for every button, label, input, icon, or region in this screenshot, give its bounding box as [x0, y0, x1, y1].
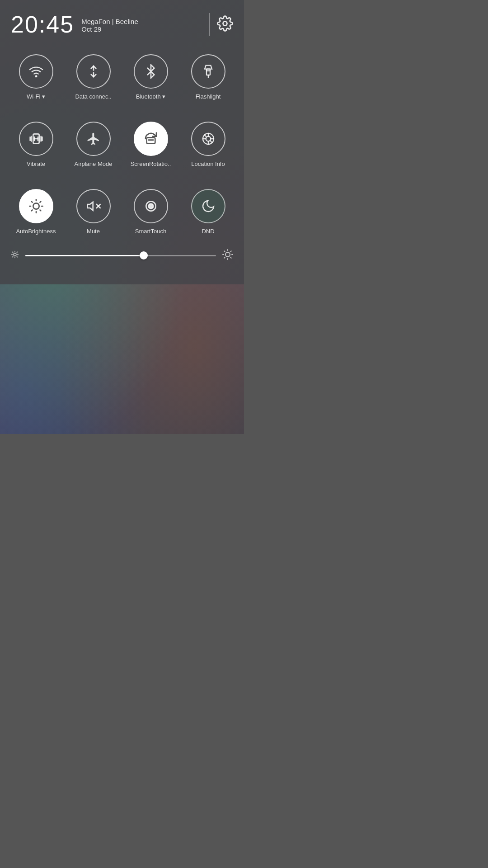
wifi-toggle[interactable]: Wi-Fi ▾	[7, 48, 65, 106]
control-panel: 20:45 MegaFon | Beeline Oct 29 Wi	[0, 0, 244, 284]
brightness-track[interactable]	[25, 255, 216, 256]
toggles-row-2: Vibrate Airplane Mode ScreenRotatio..	[0, 111, 244, 178]
svg-line-47	[17, 252, 18, 253]
brightness-fill	[25, 255, 144, 256]
brightness-min-icon	[11, 250, 19, 260]
svg-point-39	[14, 253, 16, 256]
svg-point-48	[225, 252, 230, 257]
rotation-label: ScreenRotatio..	[131, 160, 171, 167]
flashlight-circle	[191, 54, 225, 89]
wifi-circle	[19, 54, 53, 89]
airplane-toggle[interactable]: Airplane Mode	[65, 115, 122, 174]
autobrightness-label: AutoBrightness	[16, 228, 56, 235]
bluetooth-toggle[interactable]: Bluetooth ▾	[122, 48, 179, 106]
header: 20:45 MegaFon | Beeline Oct 29	[0, 0, 244, 43]
data-toggle[interactable]: Data connec..	[65, 48, 122, 106]
dnd-circle	[191, 189, 225, 223]
header-divider	[209, 13, 210, 36]
data-circle	[76, 54, 111, 89]
svg-line-55	[224, 257, 225, 258]
header-info: MegaFon | Beeline Oct 29	[81, 16, 202, 33]
svg-point-38	[148, 204, 153, 209]
airplane-circle	[76, 122, 111, 156]
location-circle	[191, 122, 225, 156]
wifi-label: Wi-Fi ▾	[27, 93, 45, 100]
autobrightness-toggle[interactable]: AutoBrightness	[7, 183, 65, 241]
svg-line-29	[40, 210, 41, 211]
svg-marker-34	[87, 202, 93, 211]
date-text: Oct 29	[81, 25, 202, 33]
svg-line-28	[31, 202, 32, 203]
svg-line-52	[230, 257, 231, 258]
toggles-row-3: AutoBrightness Mute SmartTouch	[0, 178, 244, 245]
svg-line-46	[12, 256, 13, 257]
mute-label: Mute	[87, 228, 100, 235]
svg-rect-4	[206, 69, 210, 75]
svg-line-23	[204, 135, 206, 137]
bluetooth-circle	[134, 54, 168, 89]
carrier-text: MegaFon | Beeline	[81, 18, 202, 25]
data-label: Data connec..	[75, 93, 111, 100]
brightness-max-icon	[222, 249, 233, 262]
flashlight-label: Flashlight	[196, 93, 221, 100]
brightness-thumb[interactable]	[140, 251, 148, 259]
svg-line-32	[31, 210, 32, 211]
autobrightness-circle	[19, 189, 53, 223]
location-label: Location Info	[191, 160, 225, 167]
toggles-row-1: Wi-Fi ▾ Data connec.. Bluetooth ▾	[0, 43, 244, 111]
vibrate-label: Vibrate	[27, 160, 45, 167]
svg-line-33	[40, 202, 41, 203]
smarttouch-circle	[134, 189, 168, 223]
svg-line-42	[12, 252, 13, 253]
svg-line-56	[230, 251, 231, 251]
svg-point-1	[35, 75, 37, 77]
svg-line-24	[210, 141, 212, 142]
bluetooth-label: Bluetooth ▾	[136, 93, 166, 100]
rotation-toggle[interactable]: ScreenRotatio..	[122, 115, 179, 174]
mute-circle	[76, 189, 111, 223]
airplane-label: Airplane Mode	[75, 160, 113, 167]
smarttouch-label: SmartTouch	[135, 228, 166, 235]
brightness-slider-row	[0, 245, 244, 271]
dnd-label: DND	[202, 228, 214, 235]
vibrate-circle	[19, 122, 53, 156]
mute-toggle[interactable]: Mute	[65, 183, 122, 241]
smarttouch-toggle[interactable]: SmartTouch	[122, 183, 179, 241]
svg-line-51	[224, 251, 225, 251]
flashlight-toggle[interactable]: Flashlight	[179, 48, 237, 106]
dnd-toggle[interactable]: DND	[179, 183, 237, 241]
svg-line-43	[17, 256, 18, 257]
svg-point-0	[223, 22, 227, 26]
location-toggle[interactable]: Location Info	[179, 115, 237, 174]
settings-button[interactable]	[217, 15, 233, 33]
vibrate-toggle[interactable]: Vibrate	[7, 115, 65, 174]
rotation-circle	[134, 122, 168, 156]
svg-point-25	[33, 203, 39, 209]
time-display: 20:45	[11, 13, 74, 36]
